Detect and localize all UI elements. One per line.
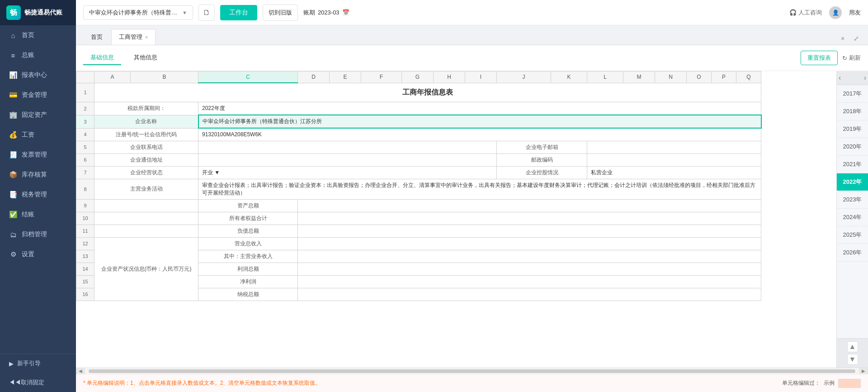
scroll-down-icon[interactable]: ▼ bbox=[847, 354, 858, 365]
period-label: 账期 bbox=[303, 9, 315, 17]
subtab-basic-label: 基础信息 bbox=[90, 54, 114, 61]
col-header-n: N bbox=[655, 72, 687, 83]
spreadsheet-container: A B C D E F G H I J K L M bbox=[76, 71, 868, 368]
row-num-3: 3 bbox=[76, 115, 94, 128]
sidebar-item-report[interactable]: 📊 报表中心 bbox=[0, 65, 76, 85]
scroll-left-arrow[interactable]: ◀ bbox=[76, 368, 85, 374]
table-row: 8 主营业务活动 审查企业会计报表；出具审计报告；验证企业资本；出具验资报告；办… bbox=[76, 179, 761, 199]
nav-right-icon[interactable]: › bbox=[864, 74, 866, 82]
subtab-other[interactable]: 其他信息 bbox=[127, 51, 165, 65]
sidebar-label-home: 首页 bbox=[22, 31, 34, 39]
sidebar-label-report: 报表中心 bbox=[22, 71, 47, 79]
tab-business[interactable]: 工商管理 × bbox=[111, 29, 156, 45]
bottom-bar: * 单元格编辑说明：1、点击单元格直接录入数值或文本。2、清空单元格数值或文本恢… bbox=[76, 374, 868, 392]
unpin-button[interactable]: ◀◀取消固定 bbox=[0, 373, 76, 392]
expand-window-button[interactable]: ⤢ bbox=[852, 34, 861, 43]
sidebar-item-assets[interactable]: 🏢 固定资产 bbox=[0, 105, 76, 125]
user-service[interactable]: 🎧 人工咨询 bbox=[789, 9, 822, 17]
sidebar-item-ledger[interactable]: ≡ 总账 bbox=[0, 45, 76, 65]
year-item-2025[interactable]: 2025年 bbox=[837, 226, 868, 244]
row8-value[interactable]: 审查企业会计报表；出具审计报告；验证企业资本；出具验资报告；办理企业合开、分立、… bbox=[198, 179, 761, 199]
old-version-button[interactable]: 切到旧版 bbox=[263, 5, 298, 21]
sidebar-label-assets: 固定资产 bbox=[22, 111, 47, 119]
subtab-basic[interactable]: 基础信息 bbox=[83, 51, 121, 65]
year-item-2024[interactable]: 2024年 bbox=[837, 209, 868, 226]
tax-icon: 📑 bbox=[9, 191, 17, 199]
row3-value[interactable]: 中审众环会计师事务所（特殊普通合伙）江苏分所 bbox=[198, 115, 761, 128]
new-user-guide[interactable]: ▶ 新手引导 bbox=[0, 354, 76, 373]
h-scroll-thumb[interactable] bbox=[89, 369, 855, 373]
sidebar-item-invoice[interactable]: 🧾 发票管理 bbox=[0, 145, 76, 165]
year-item-2022[interactable]: 2022年 bbox=[837, 173, 868, 191]
sidebar-item-tax[interactable]: 📑 税务管理 bbox=[0, 185, 76, 205]
row12-value[interactable] bbox=[298, 237, 761, 250]
tabs-bar: 首页 工商管理 × × ⤢ bbox=[76, 25, 868, 45]
workbench-button[interactable]: 工作台 bbox=[220, 5, 257, 20]
year-item-2018[interactable]: 2018年 bbox=[837, 103, 868, 120]
row6-postcode[interactable] bbox=[587, 153, 761, 166]
tab-close-icon[interactable]: × bbox=[145, 34, 148, 40]
tab-home[interactable]: 首页 bbox=[83, 29, 110, 45]
year-item-2021[interactable]: 2021年 bbox=[837, 156, 868, 173]
scroll-right-arrow[interactable]: ▶ bbox=[859, 368, 868, 374]
row13-value[interactable] bbox=[298, 250, 761, 263]
col-header-d: D bbox=[298, 72, 330, 83]
row15-value[interactable] bbox=[298, 275, 761, 288]
row10-value[interactable] bbox=[298, 212, 761, 225]
row-num-7: 7 bbox=[76, 166, 94, 179]
row11-value[interactable] bbox=[298, 225, 761, 237]
horizontal-scrollbar[interactable]: ◀ ▶ bbox=[76, 368, 868, 374]
row5-phone[interactable] bbox=[198, 141, 497, 153]
sidebar-item-finance[interactable]: 💳 资金管理 bbox=[0, 85, 76, 105]
row-num-13: 13 bbox=[76, 250, 94, 263]
scroll-up-icon[interactable]: ▲ bbox=[847, 341, 858, 352]
col-header-p: P bbox=[712, 72, 736, 83]
table-row: 12 企业资产状况信息(币种：人民币万元) 营业总收入 bbox=[76, 237, 761, 250]
year-item-2019[interactable]: 2019年 bbox=[837, 120, 868, 138]
row9-value[interactable] bbox=[298, 199, 761, 212]
year-item-2017[interactable]: 2017年 bbox=[837, 85, 868, 103]
sidebar-item-home[interactable]: ⌂ 首页 bbox=[0, 25, 76, 45]
nav-left-icon[interactable]: ‹ bbox=[839, 74, 841, 82]
refresh-label: 刷新 bbox=[849, 54, 861, 62]
year-item-2020[interactable]: 2020年 bbox=[837, 138, 868, 156]
row7-holding[interactable]: 私营企业 bbox=[587, 166, 761, 179]
sidebar-item-archive[interactable]: 🗂 归档管理 bbox=[0, 225, 76, 244]
row16-value[interactable] bbox=[298, 288, 761, 301]
spreadsheet-scroll[interactable]: A B C D E F G H I J K L M bbox=[76, 71, 836, 368]
invoice-icon: 🧾 bbox=[9, 151, 17, 159]
row5-email[interactable] bbox=[587, 141, 761, 153]
sidebar-item-settings[interactable]: ⚙ 设置 bbox=[0, 244, 76, 264]
sidebar-label-archive: 归档管理 bbox=[22, 230, 47, 239]
row-num-9: 9 bbox=[76, 199, 94, 212]
close-window-button[interactable]: × bbox=[838, 34, 847, 43]
row8-label: 主营业务活动 bbox=[94, 179, 198, 199]
table-row: 1 工商年报信息表 bbox=[76, 83, 761, 102]
closing-icon: ✅ bbox=[9, 210, 17, 219]
row14-value[interactable] bbox=[298, 263, 761, 275]
col-header-j: J bbox=[497, 72, 551, 83]
column-headers: A B C D E F G H I J K L M bbox=[76, 72, 761, 83]
row7-status[interactable]: 开业 ▼ bbox=[198, 166, 497, 179]
sidebar-item-closing[interactable]: ✅ 结账 bbox=[0, 205, 76, 225]
sidebar: 畅 畅捷通易代账 ⌂ 首页 ≡ 总账 📊 报表中心 💳 资金管理 🏢 固定资产 … bbox=[0, 0, 76, 392]
sheet-title-cell[interactable]: 工商年报信息表 bbox=[94, 83, 761, 102]
table-row: 4 注册号/统一社会信用代码 91320100MA208E5W6K bbox=[76, 128, 761, 141]
year-item-2026[interactable]: 2026年 bbox=[837, 244, 868, 262]
calendar-icon[interactable]: 📅 bbox=[342, 9, 349, 16]
reset-button[interactable]: 重置报表 bbox=[801, 51, 838, 65]
row-num-1: 1 bbox=[76, 83, 94, 102]
row5-label: 企业联系电话 bbox=[94, 141, 198, 153]
row6-addr[interactable] bbox=[198, 153, 497, 166]
cell-edit-tip: * 单元格编辑说明：1、点击单元格直接录入数值或文本。2、清空单元格数值或文本恢… bbox=[83, 379, 321, 387]
company-selector[interactable]: 中审众环会计师事务所（特殊普通合伙... ▼ bbox=[83, 5, 193, 20]
row2-value[interactable]: 2022年度 bbox=[198, 102, 761, 115]
sidebar-item-inventory[interactable]: 📦 库存核算 bbox=[0, 165, 76, 185]
refresh-button[interactable]: ↻ 刷新 bbox=[842, 54, 861, 62]
period-value: 2023-03 bbox=[318, 9, 340, 16]
archive-button[interactable]: 🗋 bbox=[198, 5, 215, 21]
col-header-f: F bbox=[361, 72, 402, 83]
sidebar-item-payroll[interactable]: 💰 工资 bbox=[0, 125, 76, 145]
year-item-2023[interactable]: 2023年 bbox=[837, 191, 868, 209]
row4-value[interactable]: 91320100MA208E5W6K bbox=[198, 128, 761, 141]
